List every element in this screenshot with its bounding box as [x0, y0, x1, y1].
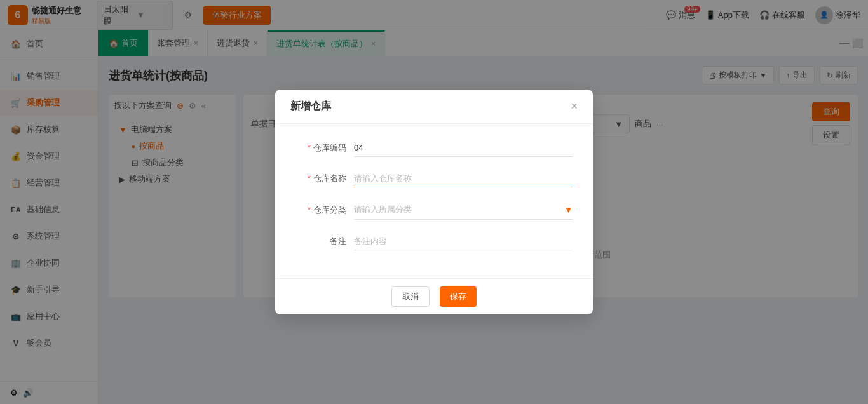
warehouse-code-input[interactable]: [354, 139, 573, 157]
warehouse-category-select[interactable]: 请输入所属分类 ▼: [354, 200, 573, 220]
form-row-name: 仓库名称: [295, 170, 573, 187]
modal-footer: 取消 保存: [275, 278, 593, 314]
save-btn[interactable]: 保存: [440, 286, 477, 307]
form-row-category: 仓库分类 请输入所属分类 ▼: [295, 200, 573, 220]
modal-title: 新增仓库: [290, 100, 331, 113]
cancel-btn[interactable]: 取消: [391, 286, 430, 307]
category-placeholder: 请输入所属分类: [354, 204, 412, 215]
form-row-code: 仓库编码: [295, 139, 573, 157]
warehouse-code-label: 仓库编码: [295, 142, 346, 154]
modal-body: 仓库编码 仓库名称 仓库分类 请输入所属分类 ▼ 备注: [275, 124, 593, 278]
warehouse-category-label: 仓库分类: [295, 205, 346, 216]
warehouse-name-input[interactable]: [354, 170, 573, 187]
warehouse-name-label: 仓库名称: [295, 173, 346, 184]
category-arrow-icon: ▼: [564, 205, 573, 215]
modal-overlay[interactable]: 新增仓库 × 仓库编码 仓库名称 仓库分类 请输入所属分类 ▼: [0, 0, 868, 404]
note-label: 备注: [295, 236, 346, 247]
modal-header: 新增仓库 ×: [275, 90, 593, 124]
form-row-note: 备注: [295, 232, 573, 250]
modal-close-btn[interactable]: ×: [571, 100, 578, 113]
note-input[interactable]: [354, 232, 573, 250]
add-warehouse-modal: 新增仓库 × 仓库编码 仓库名称 仓库分类 请输入所属分类 ▼: [275, 90, 593, 314]
